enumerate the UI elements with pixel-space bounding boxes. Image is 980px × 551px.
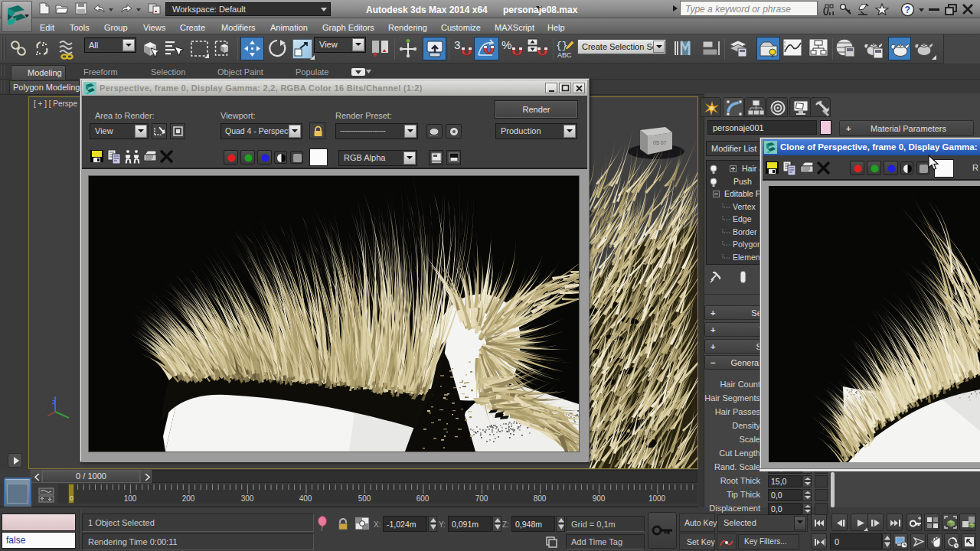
svg-text:200: 200 [182, 494, 195, 503]
svg-text:300: 300 [241, 494, 254, 503]
svg-text:500: 500 [358, 494, 371, 503]
svg-text:05 07: 05 07 [653, 140, 667, 145]
svg-text:400: 400 [299, 494, 312, 503]
svg-text:600: 600 [416, 494, 430, 503]
svg-text:1000: 1000 [648, 494, 666, 503]
svg-text:z: z [52, 398, 56, 406]
svg-text:100: 100 [124, 494, 137, 503]
svg-text:3: 3 [454, 38, 460, 51]
svg-text:800: 800 [534, 494, 547, 503]
svg-text:ABC: ABC [557, 51, 572, 59]
svg-text:700: 700 [475, 494, 488, 503]
svg-text:?: ? [905, 5, 910, 15]
svg-text:%: % [501, 38, 511, 51]
svg-text:900: 900 [593, 494, 606, 503]
